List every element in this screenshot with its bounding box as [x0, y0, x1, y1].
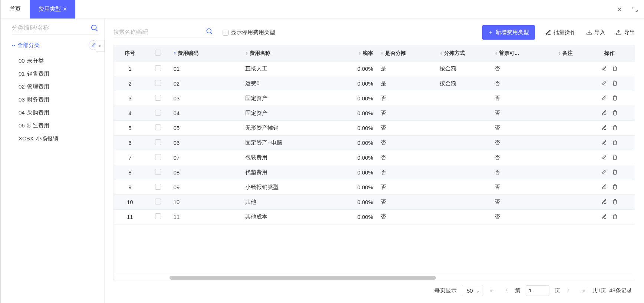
tab-expense-type[interactable]: 费用类型 ×: [30, 0, 75, 19]
checkbox-icon: [155, 95, 161, 101]
col-name[interactable]: ▲▼费用名称: [242, 45, 335, 61]
cell-plain: 否: [491, 91, 554, 106]
row-edit-icon[interactable]: [601, 125, 607, 130]
col-rate[interactable]: ▲▼税率: [335, 45, 377, 61]
cell-checkbox[interactable]: [146, 61, 170, 76]
tree-root-all[interactable]: ▪▪ 全部分类: [12, 39, 98, 53]
row-delete-icon[interactable]: [612, 154, 618, 160]
last-page-icon[interactable]: ⇥: [579, 286, 587, 296]
cell-checkbox[interactable]: [146, 76, 170, 91]
cell-rate: 0.00%: [335, 165, 377, 180]
sidebar-item[interactable]: 02管理费用: [17, 80, 98, 93]
cell-checkbox[interactable]: [146, 121, 170, 136]
row-delete-icon[interactable]: [612, 199, 618, 204]
cell-checkbox[interactable]: [146, 150, 170, 165]
row-delete-icon[interactable]: [612, 125, 618, 130]
table-row: 202运费00.00%是按金额否: [114, 76, 635, 91]
import-button[interactable]: 导入: [586, 29, 605, 36]
sidebar-item[interactable]: 00未分类: [17, 54, 98, 67]
cell-remark: [554, 195, 584, 210]
per-page-label: 每页显示: [434, 287, 457, 294]
next-page-icon[interactable]: 〉: [565, 286, 574, 296]
sidebar-item[interactable]: 04采购费用: [17, 106, 98, 119]
row-delete-icon[interactable]: [612, 80, 618, 86]
export-button[interactable]: 导出: [616, 29, 635, 36]
search-icon[interactable]: [206, 27, 214, 36]
row-delete-icon[interactable]: [612, 110, 618, 116]
cell-remark: [554, 61, 584, 76]
cell-rate: 0.00%: [335, 210, 377, 224]
row-delete-icon[interactable]: [612, 184, 618, 190]
cell-checkbox[interactable]: [146, 165, 170, 180]
tab-home[interactable]: 首页: [1, 0, 30, 19]
sidebar-item[interactable]: 03财务费用: [17, 93, 98, 106]
cell-method: [436, 150, 491, 165]
search-icon[interactable]: [90, 24, 98, 32]
row-delete-icon[interactable]: [612, 169, 618, 175]
cell-index: 2: [114, 76, 146, 91]
main-search-input[interactable]: [114, 29, 206, 35]
batch-action-button[interactable]: 批量操作: [545, 29, 576, 36]
col-share[interactable]: ▲▼是否分摊: [377, 45, 436, 61]
row-delete-icon[interactable]: [612, 140, 618, 145]
row-edit-icon[interactable]: [601, 66, 607, 71]
cell-plain: 否: [491, 121, 554, 136]
prev-page-icon[interactable]: 〈: [501, 286, 510, 296]
row-delete-icon[interactable]: [612, 66, 618, 71]
cell-method: [436, 165, 491, 180]
checkbox-icon: [155, 50, 161, 56]
row-edit-icon[interactable]: [601, 80, 607, 86]
row-edit-icon[interactable]: [601, 169, 607, 175]
row-delete-icon[interactable]: [612, 214, 618, 219]
per-page-select[interactable]: 50 ⌄: [462, 285, 483, 296]
row-delete-icon[interactable]: [612, 95, 618, 101]
cell-checkbox[interactable]: [146, 106, 170, 121]
add-expense-type-button[interactable]: 新增费用类型: [482, 25, 535, 40]
cell-share: 否: [377, 195, 436, 210]
export-icon: [616, 30, 622, 36]
cell-plain: 否: [491, 136, 554, 150]
row-edit-icon[interactable]: [601, 110, 607, 116]
cell-index: 7: [114, 150, 146, 165]
item-code: 06: [19, 122, 25, 129]
col-plain[interactable]: ▲▼普票可...: [491, 45, 554, 61]
item-name: 制造费用: [27, 122, 49, 129]
table-row: 1111其他成本0.00%否否: [114, 210, 635, 224]
cell-checkbox[interactable]: [146, 136, 170, 150]
fullscreen-icon[interactable]: [630, 4, 640, 14]
col-code[interactable]: ▲▼费用编码: [170, 45, 242, 61]
first-page-icon[interactable]: ⇤: [488, 286, 496, 296]
cell-remark: [554, 106, 584, 121]
cell-checkbox[interactable]: [146, 91, 170, 106]
horizontal-scrollbar[interactable]: [114, 275, 635, 280]
cell-checkbox[interactable]: [146, 210, 170, 224]
col-remark[interactable]: ▲▼备注: [554, 45, 584, 61]
row-edit-icon[interactable]: [601, 184, 607, 190]
row-edit-icon[interactable]: [601, 154, 607, 160]
col-select-all[interactable]: [146, 45, 170, 61]
table-row: 1010其他0.00%否否: [114, 195, 635, 210]
cell-method: [436, 180, 491, 195]
sort-icon: ▲▼: [245, 51, 248, 55]
close-icon[interactable]: ×: [63, 6, 66, 13]
cell-checkbox[interactable]: [146, 195, 170, 210]
sidebar-item[interactable]: 06制造费用: [17, 119, 98, 132]
row-edit-icon[interactable]: [601, 95, 607, 101]
cell-checkbox[interactable]: [146, 180, 170, 195]
sidebar-item[interactable]: 01销售费用: [17, 67, 98, 80]
row-edit-icon[interactable]: [601, 140, 607, 145]
cell-remark: [554, 136, 584, 150]
col-method[interactable]: ▲▼分摊方式: [436, 45, 491, 61]
page-input[interactable]: [526, 285, 549, 296]
row-edit-icon[interactable]: [601, 199, 607, 204]
show-disabled-checkbox[interactable]: 显示停用费用类型: [223, 29, 275, 36]
collapse-sidebar-icon[interactable]: [96, 40, 105, 52]
table-row: 303固定资产0.00%否否: [114, 91, 635, 106]
scrollbar-thumb[interactable]: [170, 276, 436, 280]
grid-icon: ▪▪: [12, 43, 15, 48]
col-index[interactable]: 序号: [114, 45, 146, 61]
sidebar-item[interactable]: XCBX小畅报销: [17, 132, 98, 145]
row-edit-icon[interactable]: [601, 214, 607, 219]
sidebar-search-input[interactable]: [12, 24, 90, 31]
close-all-icon[interactable]: [614, 4, 625, 14]
